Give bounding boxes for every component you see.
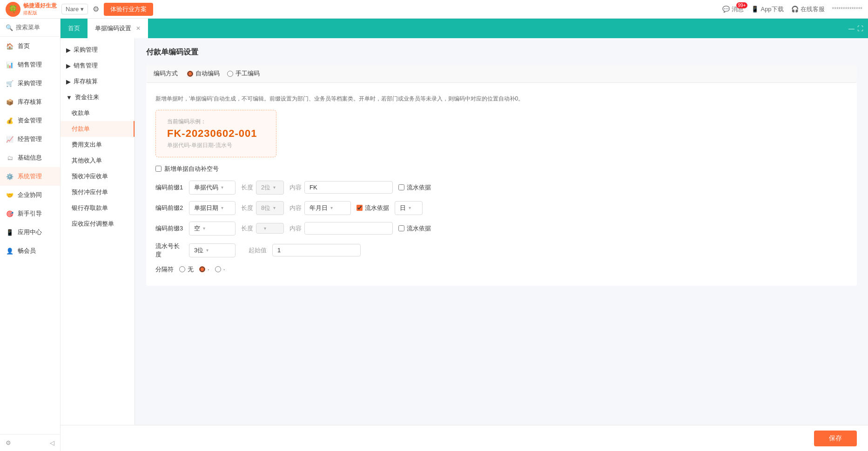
config-row-3-length-select[interactable]: ▾ — [256, 223, 284, 234]
submenu-header-finance[interactable]: ▼ 资金往来 — [61, 89, 135, 105]
sidebar-item-app-center[interactable]: 📱 应用中心 — [0, 223, 60, 242]
sidebar-item-operations[interactable]: 📈 经营管理 — [0, 130, 60, 148]
config-row-2-length-select[interactable]: 8位 ▾ — [256, 201, 284, 215]
config-row-3-stream-check[interactable]: 流水依据 — [398, 224, 431, 233]
tab-close-icon[interactable]: ✕ — [136, 25, 141, 32]
submenu-header-purchase[interactable]: ▶ 采购管理 — [61, 42, 135, 58]
sidebar-item-guide[interactable]: 🎯 新手引导 — [0, 204, 60, 223]
sales-icon: 📊 — [6, 61, 14, 69]
sidebar-collapse-icon[interactable]: ◁ — [50, 439, 54, 446]
settings-icon[interactable]: ⚙ — [93, 5, 99, 13]
config-row-2-select[interactable]: 单据日期 ▾ — [189, 201, 236, 215]
bottom-bar: 保存 — [61, 425, 868, 451]
company-select[interactable]: Nare ▾ — [61, 4, 88, 14]
sidebar-search[interactable]: 🔍 搜索菜单 — [0, 19, 60, 37]
radio-manual[interactable]: 手工编码 — [227, 69, 260, 78]
message-btn[interactable]: 💬 消息 99+ — [722, 5, 744, 13]
sidebar-item-label: 销售管理 — [18, 61, 42, 69]
tab-maximize-icon[interactable]: ⛶ — [857, 25, 863, 32]
submenu-item-yuchongshouying[interactable]: 预收冲应收单 — [61, 168, 135, 184]
config-row-1-content-input[interactable] — [304, 181, 393, 194]
app-download-btn[interactable]: 📱 App下载 — [751, 5, 783, 13]
config-row-3-label: 编码前缀3 — [155, 224, 183, 233]
auto-fill-checkbox[interactable] — [155, 166, 161, 172]
config-row-2-stream-select[interactable]: 日 ▾ — [395, 201, 423, 215]
submenu-item-feiyong[interactable]: 费用支出单 — [61, 137, 135, 153]
sidebar-item-label: 应用中心 — [18, 228, 42, 236]
serial-row: 流水号长度 3位 ▾ 起始值 — [155, 242, 848, 259]
industry-btn[interactable]: 体验行业方案 — [104, 3, 153, 16]
config-row-1-select[interactable]: 单据代码 ▾ — [189, 181, 236, 195]
submenu-item-yuchongying[interactable]: 预付冲应付单 — [61, 184, 135, 200]
encode-section: 编码方式 自动编码 手工编码 — [146, 65, 857, 286]
serial-length-select[interactable]: 3位 ▾ — [189, 243, 236, 257]
sidebar-item-system[interactable]: ⚙️ 系统管理 — [0, 167, 60, 186]
top-bar-left: 🍀 畅捷通好生意 搭配版 Nare ▾ ⚙ 体验行业方案 — [6, 2, 153, 17]
config-row-1: 编码前缀1 单据代码 ▾ 长度 2位 ▾ — [155, 181, 848, 195]
app-download-label: App下载 — [760, 5, 783, 13]
save-button[interactable]: 保存 — [814, 431, 857, 446]
sidebar-item-home[interactable]: 🏠 首页 — [0, 37, 60, 55]
user-info[interactable]: ************** — [832, 6, 862, 13]
app-center-icon: 📱 — [6, 228, 14, 236]
submenu-group-finance: ▼ 资金往来 收款单 付款单 费用支出单 其他收入单 预收冲应收单 预付冲应付单… — [61, 89, 135, 232]
submenu-item-yinhang[interactable]: 银行存取款单 — [61, 200, 135, 216]
config-row-1-stream-check[interactable]: 流水依据 — [398, 183, 431, 192]
submenu-group-sales: ▶ 销售管理 — [61, 58, 135, 74]
config-row-2-label: 编码前缀2 — [155, 204, 183, 212]
tab-encode-settings[interactable]: 单据编码设置 ✕ — [87, 19, 148, 38]
separator-dot[interactable]: · — [199, 266, 209, 273]
page-body: ▶ 采购管理 ▶ 销售管理 ▶ 库存核算 — [61, 38, 868, 425]
sidebar-item-label: 系统管理 — [18, 172, 42, 181]
inventory-icon: 📦 — [6, 98, 14, 106]
chevron-down-icon: ▾ — [264, 226, 266, 231]
submenu-item-yingshou[interactable]: 应收应付调整单 — [61, 216, 135, 232]
separator-radio-group: 无 · · — [179, 265, 225, 274]
separator-none[interactable]: 无 — [179, 265, 194, 274]
config-row-2-stream-check[interactable]: 流水依据 — [357, 204, 389, 212]
sidebar-item-label: 畅会员 — [18, 247, 36, 255]
sidebar-item-purchase[interactable]: 🛒 采购管理 — [0, 74, 60, 93]
chevron-down-icon: ▾ — [221, 205, 223, 210]
submenu-header-inventory[interactable]: ▶ 库存核算 — [61, 74, 135, 89]
chevron-down-icon: ▾ — [273, 185, 276, 190]
sidebar-item-label: 基础信息 — [18, 154, 42, 162]
sidebar-item-inventory[interactable]: 📦 库存核算 — [0, 93, 60, 111]
sidebar-item-cooperation[interactable]: 🤝 企业协同 — [0, 186, 60, 204]
sidebar-settings-icon[interactable]: ⚙ — [6, 439, 11, 446]
submenu-item-fukuan[interactable]: 付款单 — [61, 121, 135, 137]
chevron-right-icon: ▶ — [66, 47, 71, 54]
sidebar-item-label: 采购管理 — [18, 79, 42, 88]
online-service-btn[interactable]: 🎧 在线客服 — [791, 5, 825, 13]
tab-minimize-icon[interactable]: — — [848, 25, 855, 32]
config-row-3-length: 长度 ▾ — [241, 223, 284, 234]
config-row-3-select[interactable]: 空 ▾ — [189, 222, 236, 236]
radio-auto[interactable]: 自动编码 — [187, 69, 220, 78]
config-row-2-content-select[interactable]: 年月日 ▾ — [304, 201, 351, 215]
search-icon: 🔍 — [6, 24, 13, 31]
sidebar-item-member[interactable]: 👤 畅会员 — [0, 242, 60, 260]
sidebar-item-sales[interactable]: 📊 销售管理 — [0, 55, 60, 74]
guide-icon: 🎯 — [6, 209, 14, 218]
submenu-item-shoukuan[interactable]: 收款单 — [61, 105, 135, 121]
sidebar-item-finance[interactable]: 💰 资金管理 — [0, 111, 60, 130]
config-row-3-content-input[interactable] — [304, 222, 393, 235]
sidebar-item-basic-info[interactable]: 🗂 基础信息 — [0, 148, 60, 167]
tab-home[interactable]: 首页 — [61, 19, 87, 38]
home-icon: 🏠 — [6, 42, 14, 50]
sidebar-item-label: 企业协同 — [18, 191, 42, 199]
radio-auto-label: 自动编码 — [195, 69, 220, 78]
info-text: 新增单据时，'单据编码'自动生成，不可编辑。前缀设置为部门、业务员等档案类。开单… — [155, 94, 848, 104]
separator-dot2-label: · — [223, 266, 225, 273]
content-label: 内容 — [289, 204, 302, 212]
tab-home-label: 首页 — [68, 24, 80, 33]
config-row-3-content: 内容 — [289, 222, 393, 235]
submenu-item-qitashouru[interactable]: 其他收入单 — [61, 153, 135, 168]
brand-text: 畅捷通好生意 搭配版 — [23, 2, 57, 16]
separator-dot2[interactable]: · — [215, 266, 225, 273]
submenu-header-sales[interactable]: ▶ 销售管理 — [61, 58, 135, 74]
finance-icon: 💰 — [6, 116, 14, 125]
start-value-input[interactable] — [272, 244, 361, 256]
config-row-1-length-select[interactable]: 2位 ▾ — [256, 181, 284, 195]
config-row-2-content: 内容 年月日 ▾ — [289, 201, 351, 215]
